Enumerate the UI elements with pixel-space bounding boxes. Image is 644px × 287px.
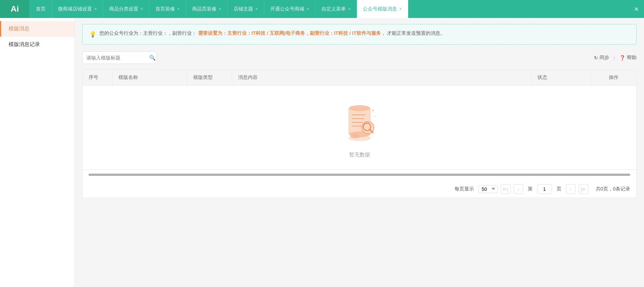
nav-tab-open-mall[interactable]: 开通公众号商城× <box>264 0 315 18</box>
search-input[interactable] <box>86 55 149 61</box>
toolbar: 🔍 ↻ 同步 | ❓ 帮助 <box>82 51 637 64</box>
svg-point-10 <box>351 134 360 138</box>
svg-text:✦: ✦ <box>374 115 376 118</box>
nav-tab-shop-theme[interactable]: 店铺主题× <box>228 0 264 18</box>
notice-text: 您的公众号行业为：主营行业：，副营行业： 需要设置为：主营行业：IT科技 / 互… <box>99 30 445 37</box>
bulb-icon: 💡 <box>89 30 96 39</box>
close-tab-shop-theme[interactable]: × <box>255 6 258 12</box>
nav-tab-home-decoration[interactable]: 首页装修× <box>150 0 186 18</box>
help-label: 帮助 <box>627 54 637 61</box>
data-table: 序号 模版名称 模版类型 消息内容 状态 操作 <box>82 69 637 198</box>
sync-label: 同步 <box>600 54 609 61</box>
nav-tab-product-decoration[interactable]: 商品页装修× <box>186 0 228 18</box>
scrollbar-area <box>83 170 636 181</box>
col-content: 消息内容 <box>232 70 531 85</box>
close-tab-category-setting[interactable]: × <box>141 6 143 12</box>
close-tab-shop-setting[interactable]: × <box>94 6 97 12</box>
page-input[interactable] <box>537 184 552 194</box>
nav-tab-home[interactable]: 首页 <box>30 0 52 18</box>
col-status: 状态 <box>531 70 591 85</box>
close-tab-open-mall[interactable]: × <box>306 6 309 12</box>
sidebar-item-template-msg[interactable]: 模版消息 <box>0 21 74 37</box>
toolbar-divider: | <box>614 55 615 61</box>
first-page-button[interactable]: ⊳| <box>501 184 511 194</box>
page-di-label: 第 <box>528 186 533 192</box>
table-header: 序号 模版名称 模版类型 消息内容 状态 操作 <box>83 70 636 86</box>
svg-point-1 <box>349 105 370 111</box>
help-button[interactable]: ❓ 帮助 <box>619 54 637 61</box>
scroll-track[interactable] <box>89 174 630 176</box>
col-name: 模版名称 <box>113 70 187 85</box>
sync-button[interactable]: ↻ 同步 <box>594 54 609 61</box>
close-tab-template-msg[interactable]: × <box>399 6 402 12</box>
close-tab-home-decoration[interactable]: × <box>177 6 180 12</box>
page-size-select[interactable]: 50 10 20 100 <box>478 185 498 193</box>
last-page-button[interactable]: |⊳ <box>579 184 588 194</box>
close-tab-custom-menu[interactable]: × <box>348 6 351 12</box>
search-box: 🔍 <box>82 51 157 64</box>
help-icon: ❓ <box>619 55 625 61</box>
app-logo: Ai <box>0 0 30 18</box>
search-icon[interactable]: 🔍 <box>149 55 155 61</box>
nav-tab-custom-menu[interactable]: 自定义菜单× <box>315 0 357 18</box>
prev-page-button[interactable]: ‹ <box>514 184 523 194</box>
col-type: 模版类型 <box>187 70 232 85</box>
col-action: 操作 <box>591 70 636 85</box>
main-layout: 模版消息模版消息记录 💡 您的公众号行业为：主营行业：，副营行业： 需要设置为：… <box>0 18 644 287</box>
notice-highlight: 需要设置为：主营行业：IT科技 / 互联网|电子商务，副营行业：IT科技 / I… <box>198 30 386 36</box>
nav-tabs: 首页微商城店铺设置×商品分类设置×首页装修×商品页装修×店铺主题×开通公众号商城… <box>30 0 629 18</box>
notice-box: 💡 您的公众号行业为：主营行业：，副营行业： 需要设置为：主营行业：IT科技 /… <box>82 24 637 45</box>
close-tab-product-decoration[interactable]: × <box>219 6 221 12</box>
empty-text: 暂无数据 <box>349 152 370 158</box>
page-size-label: 每页显示 <box>455 186 474 192</box>
nav-tab-template-msg[interactable]: 公众号模版消息× <box>357 0 408 18</box>
close-all-button[interactable]: ✕ <box>629 6 644 13</box>
sidebar: 模版消息模版消息记录 <box>0 18 75 287</box>
top-nav: Ai 首页微商城店铺设置×商品分类设置×首页装修×商品页装修×店铺主题×开通公众… <box>0 0 644 18</box>
col-seq: 序号 <box>83 70 113 85</box>
total-info: 共0页，0条记录 <box>596 186 630 192</box>
toolbar-right: ↻ 同步 | ❓ 帮助 <box>594 54 637 61</box>
nav-tab-shop-setting[interactable]: 微商城店铺设置× <box>52 0 103 18</box>
empty-illustration: ✦ ✦ <box>337 101 382 146</box>
empty-state: ✦ ✦ 暂无数据 <box>83 86 636 170</box>
page-unit-label: 页 <box>557 186 561 192</box>
content-area: 💡 您的公众号行业为：主营行业：，副营行业： 需要设置为：主营行业：IT科技 /… <box>75 18 644 287</box>
svg-text:✦: ✦ <box>372 109 375 113</box>
sidebar-item-template-msg-record[interactable]: 模版消息记录 <box>0 37 74 52</box>
scroll-thumb[interactable] <box>89 174 630 176</box>
nav-tab-category-setting[interactable]: 商品分类设置× <box>103 0 150 18</box>
next-page-button[interactable]: › <box>566 184 576 194</box>
sync-icon: ↻ <box>594 55 598 61</box>
pagination: 每页显示 50 10 20 100 ⊳| ‹ 第 页 › |⊳ 共0页，0条记录 <box>83 181 636 198</box>
